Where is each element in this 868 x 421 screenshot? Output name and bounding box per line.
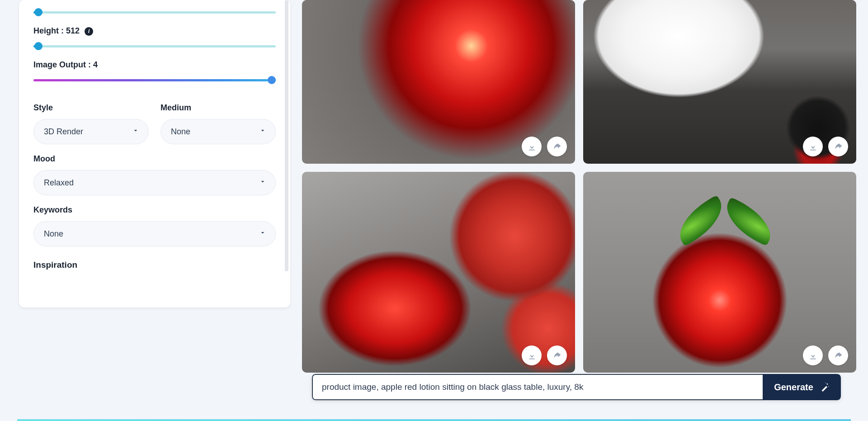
decorative-leaf	[718, 197, 779, 246]
download-button[interactable]	[522, 345, 542, 365]
download-icon	[808, 142, 818, 151]
inspiration-label: Inspiration	[33, 260, 276, 270]
width-slider[interactable]	[33, 8, 276, 16]
keywords-label: Keywords	[33, 205, 276, 215]
share-button[interactable]	[547, 345, 567, 365]
download-button[interactable]	[803, 137, 823, 156]
share-icon	[834, 351, 843, 360]
style-select[interactable]: 3D Render	[33, 119, 149, 144]
prompt-input[interactable]	[312, 374, 763, 400]
result-card[interactable]	[302, 172, 575, 373]
keywords-select[interactable]: None	[33, 221, 276, 246]
download-button[interactable]	[803, 345, 823, 365]
mood-select[interactable]: Relaxed	[33, 170, 276, 195]
medium-label: Medium	[160, 103, 276, 113]
share-button[interactable]	[828, 137, 848, 156]
prompt-bar: Generate	[312, 374, 841, 400]
download-icon	[527, 351, 537, 360]
generate-button[interactable]: Generate	[763, 374, 841, 400]
share-button[interactable]	[828, 345, 848, 365]
medium-select[interactable]: None	[160, 119, 276, 144]
result-card[interactable]	[583, 172, 856, 373]
mood-label: Mood	[33, 154, 276, 164]
decorative-leaf	[670, 195, 731, 246]
magic-wand-icon	[821, 383, 830, 392]
info-icon[interactable]: i	[85, 27, 93, 36]
height-slider[interactable]	[33, 42, 276, 50]
share-button[interactable]	[547, 137, 567, 156]
download-icon	[527, 142, 537, 151]
download-button[interactable]	[522, 137, 542, 156]
result-card[interactable]	[583, 0, 856, 164]
chevron-down-icon	[259, 178, 266, 188]
bottom-accent-bar	[17, 419, 851, 421]
results-gallery	[302, 0, 856, 373]
style-label: Style	[33, 103, 149, 113]
share-icon	[552, 142, 562, 151]
image-output-label: Image Output : 4	[33, 60, 276, 70]
chevron-down-icon	[259, 127, 266, 137]
share-icon	[834, 142, 843, 151]
result-card[interactable]	[302, 0, 575, 164]
chevron-down-icon	[132, 127, 139, 137]
settings-panel: Height : 512 i Image Output : 4 Style 3	[19, 0, 290, 307]
chevron-down-icon	[259, 229, 266, 239]
panel-scrollbar[interactable]	[285, 0, 288, 271]
height-label: Height : 512 i	[33, 26, 276, 36]
share-icon	[552, 351, 562, 360]
image-output-slider[interactable]	[33, 76, 276, 84]
download-icon	[808, 351, 818, 360]
